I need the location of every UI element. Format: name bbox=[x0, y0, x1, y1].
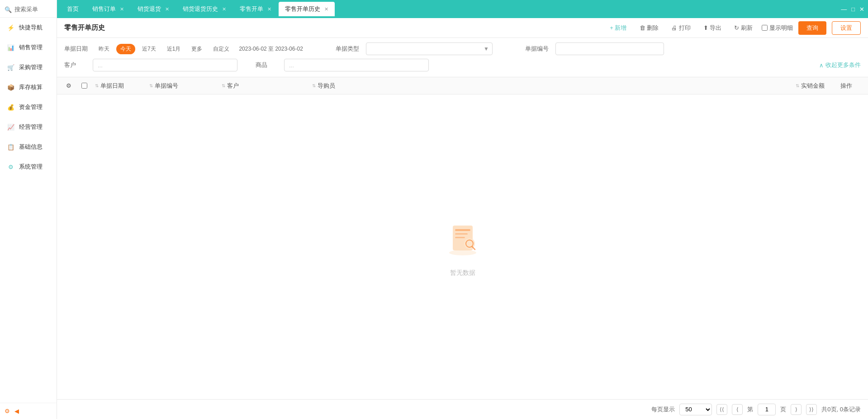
last7-btn[interactable]: 近7天 bbox=[138, 44, 160, 54]
tab-retail-open-hist-label: 零售开单历史 bbox=[285, 5, 320, 13]
refresh-button[interactable]: ↻ ↻ 刷新刷新 bbox=[730, 22, 756, 34]
th-num[interactable]: ⇅ 单据编号 bbox=[146, 82, 218, 90]
sidebar-item-ops-mgmt[interactable]: 📈 经营管理 bbox=[0, 117, 57, 137]
sidebar-item-label: 销售管理 bbox=[19, 43, 43, 52]
show-detail-checkbox[interactable] bbox=[762, 25, 768, 31]
sidebar-item-finance-mgmt[interactable]: 💰 资金管理 bbox=[0, 97, 57, 117]
bill-num-label: 单据编号 bbox=[525, 45, 550, 53]
tab-home[interactable]: 首页 bbox=[61, 2, 85, 16]
collapse-label: 收起更多条件 bbox=[825, 61, 861, 69]
customer-label: 客户 bbox=[64, 61, 89, 69]
sort-guide-icon: ⇅ bbox=[312, 83, 316, 88]
window-close-icon[interactable]: ✕ bbox=[859, 6, 864, 13]
th-amount[interactable]: ⇅ 实销金额 bbox=[783, 82, 828, 90]
more-btn[interactable]: 更多 bbox=[187, 44, 206, 54]
first-page-btn[interactable]: ⟨⟨ bbox=[716, 404, 727, 415]
settings-icon[interactable]: ⚙ bbox=[5, 408, 10, 414]
sidebar-item-label: 快捷导航 bbox=[19, 24, 43, 32]
table-header: ⚙ ⇅ 单据日期 ⇅ 单据编号 ⇅ 客户 ⇅ 导购员 ⇅ bbox=[57, 77, 868, 94]
th-settings[interactable]: ⚙ bbox=[61, 82, 77, 89]
filter-row-1: 单据日期 昨天 今天 近7天 近1月 更多 自定义 2023-06-02 至 2… bbox=[64, 42, 861, 55]
page-title: 零售开单历史 bbox=[64, 24, 105, 32]
bill-type-label: 单据类型 bbox=[336, 45, 360, 53]
tab-sales-return-hist-close[interactable]: ✕ bbox=[222, 6, 226, 12]
print-button[interactable]: 🖨 打印 bbox=[668, 22, 694, 34]
svg-rect-3 bbox=[455, 233, 468, 235]
tab-retail-open[interactable]: 零售开单 ✕ bbox=[233, 2, 278, 16]
tab-retail-open-hist[interactable]: 零售开单历史 ✕ bbox=[279, 2, 335, 16]
page-num-input[interactable]: 1 bbox=[758, 404, 776, 415]
customer-select[interactable]: ... bbox=[93, 59, 237, 71]
yesterday-btn[interactable]: 昨天 bbox=[95, 44, 114, 54]
setting-button[interactable]: 设置 bbox=[832, 21, 861, 35]
export-button[interactable]: ⬆ ⬆ 导出导出 bbox=[700, 22, 726, 34]
tab-sales-order-label: 销售订单 bbox=[92, 5, 116, 13]
sidebar-item-sys-mgmt[interactable]: ⚙ 系统管理 bbox=[0, 157, 57, 177]
bill-type-select-wrapper: ▼ bbox=[366, 42, 493, 55]
query-button[interactable]: 查询 bbox=[798, 21, 826, 35]
sidebar-item-base-info[interactable]: 📋 基础信息 bbox=[0, 137, 57, 157]
date-range-text: 2023-06-02 至 2023-06-02 bbox=[239, 45, 303, 53]
tab-sales-return-hist[interactable]: 销货退货历史 ✕ bbox=[176, 2, 232, 16]
svg-rect-2 bbox=[455, 229, 470, 231]
add-button[interactable]: + 新增 bbox=[606, 22, 630, 34]
tab-sales-return-label: 销货退货 bbox=[138, 5, 161, 13]
window-minimize-icon[interactable]: — bbox=[841, 6, 847, 13]
tabbar-right: — □ ✕ bbox=[841, 6, 864, 13]
th-guide[interactable]: ⇅ 导购员 bbox=[308, 82, 363, 90]
delete-button[interactable]: 🗑 删除 bbox=[636, 22, 663, 34]
prev-page-btn[interactable]: ⟨ bbox=[732, 404, 743, 415]
sidebar-search[interactable]: 🔍 搜索采单 bbox=[0, 0, 57, 18]
sidebar-item-sales-mgmt[interactable]: 📊 销售管理 bbox=[0, 38, 57, 57]
th-date[interactable]: ⇅ 单据日期 bbox=[91, 82, 146, 90]
collapse-filter-btn[interactable]: ∧ 收起更多条件 bbox=[819, 61, 861, 69]
svg-rect-4 bbox=[455, 237, 465, 238]
sidebar-item-stock-mgmt[interactable]: 📦 库存核算 bbox=[0, 77, 57, 97]
page-label-after: 页 bbox=[780, 405, 786, 414]
per-page-label: 每页显示 bbox=[651, 405, 675, 414]
filter-area: 单据日期 昨天 今天 近7天 近1月 更多 自定义 2023-06-02 至 2… bbox=[57, 38, 868, 77]
sort-amount-icon: ⇅ bbox=[796, 83, 799, 88]
page-size-select[interactable]: 50 100 200 bbox=[679, 404, 712, 415]
tab-home-label: 首页 bbox=[67, 5, 79, 13]
collapse-sidebar-icon[interactable]: ◀ bbox=[14, 408, 19, 414]
filter-row-2: 客户 ... 商品 ... ∧ 收起更多条件 bbox=[64, 59, 861, 71]
tab-sales-order[interactable]: 销售订单 ✕ bbox=[86, 2, 130, 16]
custom-btn[interactable]: 自定义 bbox=[209, 44, 233, 54]
sidebar-item-quick-nav[interactable]: ⚡ 快捷导航 bbox=[0, 18, 57, 38]
sidebar-item-purchase-mgmt[interactable]: 🛒 采购管理 bbox=[0, 57, 57, 77]
bill-type-select[interactable]: ▼ bbox=[366, 42, 493, 55]
tab-sales-return[interactable]: 销货退货 ✕ bbox=[131, 2, 175, 16]
ops-mgmt-icon: 📈 bbox=[6, 122, 15, 132]
tabbar: 首页 销售订单 ✕ 销货退货 ✕ 销货退货历史 ✕ 零售开单 ✕ 零售开单历史 … bbox=[57, 0, 868, 18]
next-page-btn[interactable]: ⟩ bbox=[791, 404, 802, 415]
main-content: 首页 销售订单 ✕ 销货退货 ✕ 销货退货历史 ✕ 零售开单 ✕ 零售开单历史 … bbox=[57, 0, 868, 419]
tab-sales-order-close[interactable]: ✕ bbox=[120, 6, 124, 12]
sidebar-item-label: 资金管理 bbox=[19, 103, 43, 111]
bill-type-dropdown-icon: ▼ bbox=[484, 46, 489, 52]
select-all-checkbox[interactable] bbox=[81, 83, 87, 89]
tab-retail-open-close[interactable]: ✕ bbox=[267, 6, 271, 12]
customer-select-wrapper: ... bbox=[93, 59, 237, 71]
today-btn[interactable]: 今天 bbox=[116, 44, 135, 54]
goods-select[interactable]: ... bbox=[284, 59, 429, 71]
sales-mgmt-icon: 📊 bbox=[6, 43, 15, 52]
date-quick-btns: 昨天 今天 近7天 近1月 更多 自定义 bbox=[95, 44, 233, 54]
tab-retail-open-hist-close[interactable]: ✕ bbox=[324, 6, 328, 12]
last-month-btn[interactable]: 近1月 bbox=[163, 44, 185, 54]
toolbar-actions: + 新增 🗑 删除 🖨 打印 ⬆ ⬆ 导出导出 ↻ ↻ 刷新刷新 显示明细 查询… bbox=[606, 21, 861, 35]
sidebar-item-label: 经营管理 bbox=[19, 123, 43, 131]
empty-area: 暂无数据 bbox=[57, 94, 868, 399]
sort-customer-icon: ⇅ bbox=[222, 83, 225, 88]
quick-nav-icon: ⚡ bbox=[6, 23, 15, 32]
sidebar-item-label: 基础信息 bbox=[19, 143, 43, 151]
date-filter-label: 单据日期 bbox=[64, 45, 89, 53]
sidebar: 🔍 搜索采单 ⚡ 快捷导航 📊 销售管理 🛒 采购管理 📦 库存核算 💰 资金管… bbox=[0, 0, 57, 419]
sidebar-item-label: 库存核算 bbox=[19, 83, 43, 91]
th-customer[interactable]: ⇅ 客户 bbox=[218, 82, 308, 90]
tab-sales-return-close[interactable]: ✕ bbox=[165, 6, 169, 12]
bill-num-input[interactable] bbox=[555, 42, 664, 55]
sidebar-search-label: 搜索采单 bbox=[14, 5, 38, 14]
window-maximize-icon[interactable]: □ bbox=[851, 6, 855, 13]
last-page-btn[interactable]: ⟩⟩ bbox=[806, 404, 817, 415]
